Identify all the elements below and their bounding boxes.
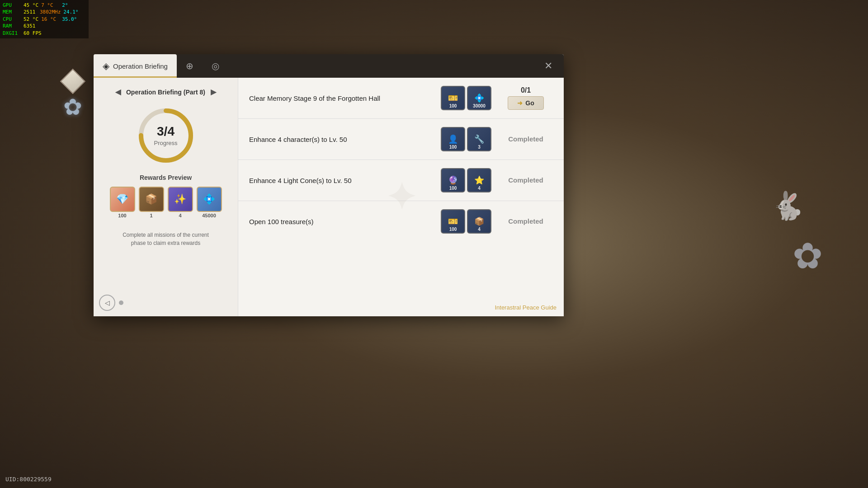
tab-operation-briefing-label: Operation Briefing xyxy=(113,62,168,70)
hud-gpu-v2: 7 °C xyxy=(41,2,59,9)
hud-overlay: GPU 45 °C 7 °C 2° MEM 2511 3802MHz 24.1°… xyxy=(0,0,89,38)
tab-operation-briefing[interactable]: ◈ Operation Briefing xyxy=(94,54,177,78)
mission-reward-icon-4a: 🎫 100 xyxy=(441,209,465,234)
tab-icon-3[interactable]: ◎ xyxy=(203,54,228,78)
hud-dxgi-label: DXGI1 xyxy=(3,30,21,37)
mission-rewards-1: 🎫 100 💠 30000 xyxy=(441,86,491,110)
mission-text-2: Enhance 4 character(s) to Lv. 50 xyxy=(249,135,434,144)
mission-reward-icon-1b: 💠 30000 xyxy=(467,86,491,110)
dialog-body: ◀ Operation Briefing (Part 8) ▶ 3/4 Prog… xyxy=(94,78,564,316)
hud-ram-label: RAM xyxy=(3,23,21,29)
hud-mem-v3: 24.1° xyxy=(63,9,86,15)
deco-right-bottom: ✿ xyxy=(793,235,823,277)
mission-row-3: Enhance 4 Light Cone(s) to Lv. 50 🔮 100 … xyxy=(238,160,564,201)
uid-label: UID:800229559 xyxy=(5,476,52,483)
mission-reward-count-1b: 30000 xyxy=(468,103,491,108)
mission-rewards-3: 🔮 100 ⭐ 4 xyxy=(441,168,491,192)
reward-icon-blue: 💠 xyxy=(197,187,222,212)
part-navigation: ◀ Operation Briefing (Part 8) ▶ xyxy=(113,87,218,97)
mission-status-2: Completed xyxy=(499,135,553,143)
tab-bar: ◈ Operation Briefing ⊕ ◎ ✕ xyxy=(94,54,564,78)
hud-mem-v1: 2511 xyxy=(24,9,37,15)
mission-reward-icon-2b: 🔧 3 xyxy=(467,127,491,151)
mission-status-3: Completed xyxy=(499,176,553,184)
part-next-button[interactable]: ▶ xyxy=(209,87,218,97)
tab-2-icon: ⊕ xyxy=(186,61,193,71)
mission-row-4: Open 100 treasure(s) 🎫 100 📦 4 Com xyxy=(238,201,564,242)
mission-completed-2: Completed xyxy=(508,135,543,143)
mission-status-4: Completed xyxy=(499,217,553,225)
hud-cpu-v1: 52 °C xyxy=(24,16,38,23)
left-panel: ◀ Operation Briefing (Part 8) ▶ 3/4 Prog… xyxy=(94,78,238,316)
reward-item-1: 💎 100 xyxy=(110,187,135,218)
mission-row-2: Enhance 4 character(s) to Lv. 50 👤 100 🔧… xyxy=(238,119,564,160)
mission-list: Clear Memory Stage 9 of the Forgotten Ha… xyxy=(238,78,564,242)
reward-item-4: 💠 45000 xyxy=(197,187,222,218)
dialog: ◈ Operation Briefing ⊕ ◎ ✕ ◀ Operation B… xyxy=(94,54,564,316)
reward-count-1: 100 xyxy=(118,213,126,218)
part-prev-button[interactable]: ◀ xyxy=(113,87,123,97)
go-arrow-icon: ➜ xyxy=(517,99,523,107)
deco-right: 🐇 xyxy=(771,190,805,222)
hud-mem-label: MEM xyxy=(3,9,21,15)
deco-flower: ✿ xyxy=(63,94,82,120)
mission-reward-count-3a: 100 xyxy=(442,186,464,191)
operation-briefing-icon: ◈ xyxy=(103,61,109,71)
nav-prev-circle[interactable]: ◁ xyxy=(99,295,115,311)
mission-text-4: Open 100 treasure(s) xyxy=(249,217,434,226)
mission-reward-count-2a: 100 xyxy=(442,145,464,150)
reward-icon-brown: 📦 xyxy=(139,187,164,212)
deco-left: ✿ xyxy=(63,72,82,120)
rewards-title: Rewards Preview xyxy=(140,174,192,181)
progress-center: 3/4 Progress xyxy=(137,106,195,165)
reward-count-3: 4 xyxy=(179,213,181,218)
hud-cpu-v3: 35.0° xyxy=(62,16,85,23)
rewards-preview: 💎 100 📦 1 ✨ 4 💠 45000 xyxy=(110,187,222,218)
deco-diamond xyxy=(60,69,86,94)
mission-completed-4: Completed xyxy=(508,217,543,225)
mission-counter: 0/1 xyxy=(521,86,531,94)
hud-ram-v1: 6351 xyxy=(24,23,37,29)
mission-reward-count-4a: 100 xyxy=(442,227,464,232)
nav-dot xyxy=(119,300,123,305)
hud-gpu-v3: 2° xyxy=(62,2,85,9)
reward-item-2: 📦 1 xyxy=(139,187,164,218)
mission-reward-count-3b: 4 xyxy=(468,186,491,191)
part-title: Operation Briefing (Part 8) xyxy=(126,89,205,96)
mission-status-1: 0/1 ➜ Go xyxy=(499,86,553,110)
mission-reward-icon-3b: ⭐ 4 xyxy=(467,168,491,192)
progress-circle: 3/4 Progress xyxy=(137,106,195,165)
mission-rewards-4: 🎫 100 📦 4 xyxy=(441,209,491,234)
right-panel: ✦ Clear Memory Stage 9 of the Forgotten … xyxy=(238,78,564,316)
progress-label: Progress xyxy=(154,140,177,146)
hud-mem-v2: 3802MHz xyxy=(40,9,61,15)
tab-3-icon: ◎ xyxy=(212,61,219,71)
phase-note: Complete all missions of the current pha… xyxy=(116,231,216,247)
interastral-peace-guide-link[interactable]: Interastral Peace Guide xyxy=(495,304,557,311)
mission-rewards-2: 👤 100 🔧 3 xyxy=(441,127,491,151)
mission-reward-count-1a: 100 xyxy=(442,103,464,108)
reward-icon-pink: 💎 xyxy=(110,187,135,212)
mission-reward-icon-4b: 📦 4 xyxy=(467,209,491,234)
hud-fps: 60 FPS xyxy=(24,30,42,37)
mission-reward-count-2b: 3 xyxy=(468,145,491,150)
go-button[interactable]: ➜ Go xyxy=(508,96,543,110)
reward-count-2: 1 xyxy=(150,213,152,218)
hud-gpu-temp: 45 °C xyxy=(24,2,38,9)
reward-count-4: 45000 xyxy=(202,213,216,218)
mission-row-1: Clear Memory Stage 9 of the Forgotten Ha… xyxy=(238,78,564,119)
hud-cpu-v2: 16 °C xyxy=(41,16,59,23)
hud-cpu-label: CPU xyxy=(3,16,21,23)
bottom-nav: ◁ xyxy=(99,295,123,311)
mission-reward-count-4b: 4 xyxy=(468,227,491,232)
reward-item-3: ✨ 4 xyxy=(168,187,193,218)
close-button[interactable]: ✕ xyxy=(540,58,557,74)
status-go: 0/1 ➜ Go xyxy=(499,86,553,110)
reward-icon-purple: ✨ xyxy=(168,187,193,212)
mission-text-3: Enhance 4 Light Cone(s) to Lv. 50 xyxy=(249,176,434,185)
hud-gpu-label: GPU xyxy=(3,2,21,9)
mission-reward-icon-3a: 🔮 100 xyxy=(441,168,465,192)
mission-reward-icon-1a: 🎫 100 xyxy=(441,86,465,110)
tab-icon-2[interactable]: ⊕ xyxy=(177,54,203,78)
go-label: Go xyxy=(525,99,534,107)
